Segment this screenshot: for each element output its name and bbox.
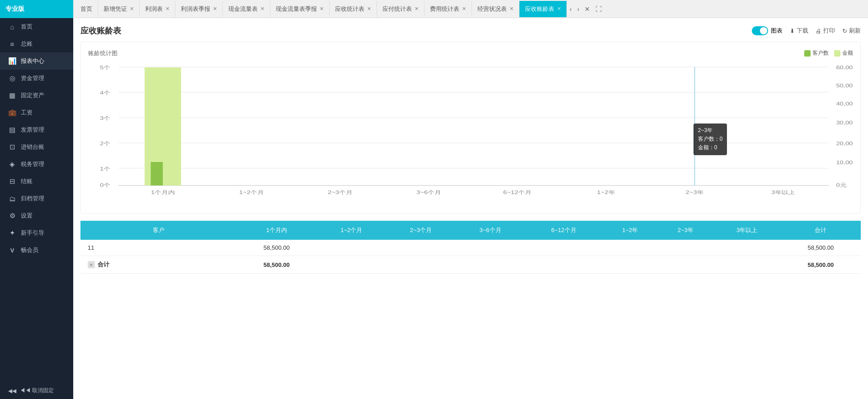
sidebar-item-settings[interactable]: ⚙ 设置 [0, 207, 73, 224]
chart-svg: 5个 4个 3个 2个 1个 0个 60,000.00元 50,000.00元 … [88, 61, 853, 197]
sidebar-item-guide[interactable]: ✦ 新手引导 [0, 224, 73, 242]
tab-nav-next[interactable]: › [575, 1, 582, 17]
page-header: 应收账龄表 图表 ⬇ 下载 🖨 打印 ↻ 刷新 [80, 25, 861, 36]
total-m1-2 [316, 256, 386, 274]
close-tab-voucher[interactable]: ✕ [130, 6, 134, 12]
sidebar-item-archive[interactable]: 🗂 归档管理 [0, 190, 73, 207]
content-area: 应收账龄表 图表 ⬇ 下载 🖨 打印 ↻ 刷新 [73, 18, 868, 399]
svg-text:0个: 0个 [100, 182, 110, 188]
col-m1: 1个月内 [236, 221, 316, 240]
close-tab-profit[interactable]: ✕ [165, 6, 170, 12]
tab-receivable-stats[interactable]: 应收统计表 ✕ [330, 1, 377, 17]
header-actions: 图表 ⬇ 下载 🖨 打印 ↻ 刷新 [752, 26, 861, 35]
sidebar-item-ledger[interactable]: ≡ 总账 [0, 35, 73, 52]
chart-title: 账龄统计图 [88, 49, 853, 57]
logo: 专业版 [0, 0, 73, 18]
sidebar-item-close[interactable]: ⊟ 结账 [0, 173, 73, 190]
close-tab-profit-quarterly[interactable]: ✕ [213, 6, 217, 12]
row-m2-3 [386, 240, 456, 256]
gear-icon: ⚙ [8, 212, 16, 220]
svg-text:4个: 4个 [100, 90, 110, 96]
close-accounts-icon: ⊟ [8, 177, 16, 185]
col-y1-2: 1~2年 [602, 221, 658, 240]
tab-nav-prev[interactable]: ‹ [567, 1, 575, 17]
row-total: 58,500.00 [781, 240, 861, 256]
legend-customer-count: 客户数 [804, 49, 829, 57]
close-tab-aging[interactable]: ✕ [557, 6, 561, 12]
bar-amount-0 [145, 67, 181, 185]
total-icon: ≡ [88, 261, 95, 268]
sidebar-item-salary[interactable]: 💼 工资 [0, 104, 73, 121]
close-tab-payable-stats[interactable]: ✕ [415, 6, 419, 12]
tab-payable-stats[interactable]: 应付统计表 ✕ [377, 1, 425, 17]
svg-text:2~3个月: 2~3个月 [328, 190, 353, 195]
tax-icon: ◈ [8, 160, 16, 168]
row-m6-12 [525, 240, 602, 256]
download-button[interactable]: ⬇ 下载 [790, 27, 808, 35]
page-title: 应收账龄表 [80, 25, 121, 36]
refresh-button[interactable]: ↻ 刷新 [842, 27, 861, 35]
tab-operation[interactable]: 经营状况表 ✕ [472, 1, 519, 17]
sidebar-item-tax[interactable]: ◈ 税务管理 [0, 156, 73, 173]
tab-bar: 首页 新增凭证 ✕ 利润表 ✕ 利润表季报 ✕ 现金流量表 ✕ 现金流量表季报 … [73, 0, 868, 18]
legend-customer-dot [804, 50, 811, 57]
invoice-icon: ▤ [8, 126, 16, 134]
col-m6-12: 6~12个月 [525, 221, 602, 240]
tab-expand[interactable]: ⛶ [593, 1, 604, 17]
tab-cashflow-quarterly[interactable]: 现金流量表季报 ✕ [270, 1, 330, 17]
svg-text:1~2年: 1~2年 [597, 190, 615, 195]
col-total: 合计 [781, 221, 861, 240]
row-m1-2 [316, 240, 386, 256]
tab-aging[interactable]: 应收账龄表 ✕ [519, 1, 567, 17]
total-total: 58,500.00 [781, 256, 861, 274]
tab-profit-quarterly[interactable]: 利润表季报 ✕ [175, 1, 223, 17]
svg-text:2个: 2个 [100, 141, 110, 147]
chart-toggle[interactable] [752, 26, 768, 35]
main-area: 首页 新增凭证 ✕ 利润表 ✕ 利润表季报 ✕ 现金流量表 ✕ 现金流量表季报 … [73, 0, 868, 399]
tab-voucher[interactable]: 新增凭证 ✕ [98, 1, 140, 17]
svg-text:40,000.00元: 40,000.00元 [836, 101, 853, 107]
sidebar-item-vip[interactable]: V 畅会员 [0, 242, 73, 259]
tab-cashflow[interactable]: 现金流量表 ✕ [223, 1, 270, 17]
svg-text:10,000.00元: 10,000.00元 [836, 160, 853, 166]
total-y1-2 [602, 256, 658, 274]
col-m2-3: 2~3个月 [386, 221, 456, 240]
row-m3-6 [456, 240, 525, 256]
sidebar-item-invoice[interactable]: ▤ 发票管理 [0, 121, 73, 138]
close-tab-cashflow[interactable]: ✕ [260, 6, 264, 12]
sidebar-item-reports[interactable]: 📊 报表中心 [0, 52, 73, 70]
svg-text:30,000.00元: 30,000.00元 [836, 120, 853, 126]
col-customer: 客户 [80, 221, 236, 240]
tab-profit[interactable]: 利润表 ✕ [140, 1, 175, 17]
col-m1-2: 1~2个月 [316, 221, 386, 240]
sidebar-item-funds[interactable]: ◎ 资金管理 [0, 70, 73, 87]
print-button[interactable]: 🖨 打印 [816, 27, 835, 35]
sidebar-item-home[interactable]: ⌂ 首页 [0, 18, 73, 35]
reports-icon: 📊 [8, 57, 16, 65]
close-tab-operation[interactable]: ✕ [509, 6, 514, 12]
close-tab-receivable-stats[interactable]: ✕ [367, 6, 371, 12]
total-y2-3 [658, 256, 713, 274]
tab-expense-stats[interactable]: 费用统计表 ✕ [425, 1, 472, 17]
chart-container: 账龄统计图 客户数 金额 5个 4个 3个 2个 1个 0个 [80, 42, 861, 214]
row-y1-2 [602, 240, 658, 256]
home-icon: ⌂ [8, 23, 16, 31]
vip-icon: V [8, 247, 16, 254]
archive-icon: 🗂 [8, 195, 16, 203]
tab-close-all[interactable]: ✕ [582, 1, 593, 17]
chart-legend: 客户数 金额 [804, 49, 853, 57]
close-tab-expense-stats[interactable]: ✕ [462, 6, 466, 12]
table-header-row: 客户 1个月内 1~2个月 2~3个月 3~6个月 6~12个月 1~2年 2~… [80, 221, 861, 240]
chart-toggle-container[interactable]: 图表 [752, 26, 783, 35]
total-m6-12 [525, 256, 602, 274]
tab-home[interactable]: 首页 [75, 1, 98, 17]
aging-table: 客户 1个月内 1~2个月 2~3个月 3~6个月 6~12个月 1~2年 2~… [80, 221, 861, 274]
total-y3 [713, 256, 780, 274]
sidebar-item-assets[interactable]: ▦ 固定资产 [0, 87, 73, 104]
row-customer: 11 [80, 240, 236, 256]
sidebar-collapse-btn[interactable]: ◀◀ ◀◀ 取消固定 [0, 382, 73, 399]
row-y2-3 [658, 240, 713, 256]
sidebar-item-purchase[interactable]: ⊡ 进销台账 [0, 138, 73, 156]
legend-amount: 金额 [834, 49, 853, 57]
close-tab-cashflow-quarterly[interactable]: ✕ [320, 6, 324, 12]
